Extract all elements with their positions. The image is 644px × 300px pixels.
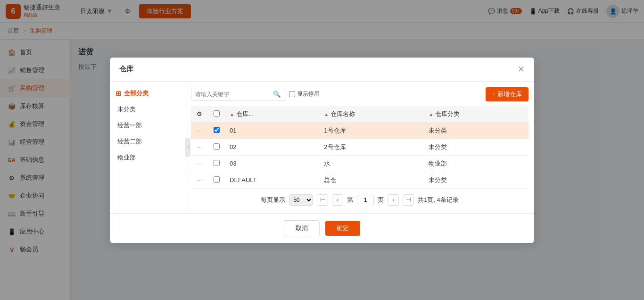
warehouse-table: ⚙ ▲仓库... ▲仓库名称 ▲仓库分类 ··· 01 1号仓库 未分类 ···… <box>191 106 528 189</box>
pagination: 每页显示 50 10 20 100 ⊢ ‹ 第 页 › ⊣ 共1页, 4条记录 <box>191 189 528 208</box>
row-code: DEFAULT <box>225 172 319 188</box>
all-categories-label: 全部分类 <box>124 89 149 98</box>
warehouse-modal: 仓库 ✕ ⊞ 全部分类 未分类 经营一部 经营二部 物业部 《 <box>110 58 534 243</box>
table-toolbar: 🔍 显示停用 + 新增仓库 <box>191 87 528 101</box>
row-category: 未分类 <box>424 139 528 155</box>
row-actions[interactable]: ··· <box>191 155 208 172</box>
table-row[interactable]: ··· 02 2号仓库 未分类 <box>191 139 528 155</box>
cat-item-unclassified[interactable]: 未分类 <box>110 101 185 117</box>
table-row[interactable]: ··· 03 水 物业部 <box>191 155 528 172</box>
modal-header: 仓库 ✕ <box>110 58 534 82</box>
row-category: 未分类 <box>424 172 528 188</box>
modal-body: ⊞ 全部分类 未分类 经营一部 经营二部 物业部 《 🔍 <box>110 82 534 213</box>
row-category: 物业部 <box>424 155 528 172</box>
per-page-select[interactable]: 50 10 20 100 <box>289 194 313 206</box>
page-next-btn[interactable]: › <box>388 194 399 206</box>
row-code: 03 <box>225 155 319 172</box>
select-all-checkbox[interactable] <box>214 110 220 117</box>
row-checkbox[interactable] <box>208 155 225 172</box>
search-input-wrap: 🔍 <box>191 88 285 100</box>
modal-footer: 取消 确定 <box>110 213 534 243</box>
all-categories[interactable]: ⊞ 全部分类 <box>110 85 185 101</box>
row-name: 1号仓库 <box>319 122 424 139</box>
row-checkbox[interactable] <box>208 172 225 188</box>
row-actions[interactable]: ··· <box>191 139 208 155</box>
cat-item-ops1[interactable]: 经营一部 <box>110 117 185 133</box>
page-last-btn[interactable]: ⊣ <box>403 194 414 206</box>
per-page-label: 每页显示 <box>261 196 285 204</box>
table-area: 🔍 显示停用 + 新增仓库 ⚙ ▲仓库... <box>185 82 534 213</box>
col-code: ▲仓库... <box>225 106 319 123</box>
show-disabled-label: 显示停用 <box>289 90 320 98</box>
col-gear: ⚙ <box>191 106 208 123</box>
search-icon[interactable]: 🔍 <box>269 88 285 100</box>
modal-title: 仓库 <box>119 65 133 74</box>
page-summary: 共1页, 4条记录 <box>418 196 459 204</box>
cat-item-ops2[interactable]: 经营二部 <box>110 133 185 150</box>
col-category: ▲仓库分类 <box>424 106 528 123</box>
row-checkbox[interactable] <box>208 122 225 139</box>
modal-overlay[interactable]: 仓库 ✕ ⊞ 全部分类 未分类 经营一部 经营二部 物业部 《 <box>0 0 644 300</box>
page-prev-btn[interactable]: ‹ <box>332 194 343 206</box>
col-name: ▲仓库名称 <box>319 106 424 123</box>
row-checkbox[interactable] <box>208 139 225 155</box>
row-name: 水 <box>319 155 424 172</box>
collapse-btn[interactable]: 《 <box>185 138 190 157</box>
row-category: 未分类 <box>424 122 528 139</box>
row-name: 2号仓库 <box>319 139 424 155</box>
cancel-button[interactable]: 取消 <box>284 220 320 236</box>
grid-icon: ⊞ <box>116 90 121 97</box>
page-label-first: 第 <box>347 196 353 204</box>
table-row[interactable]: ··· 01 1号仓库 未分类 <box>191 122 528 139</box>
search-input[interactable] <box>191 89 269 100</box>
row-code: 01 <box>225 122 319 139</box>
row-code: 02 <box>225 139 319 155</box>
page-first-btn[interactable]: ⊢ <box>317 194 328 206</box>
row-name: 总仓 <box>319 172 424 188</box>
row-actions[interactable]: ··· <box>191 172 208 188</box>
close-icon[interactable]: ✕ <box>518 64 525 75</box>
category-sidebar: ⊞ 全部分类 未分类 经营一部 经营二部 物业部 《 <box>110 82 185 213</box>
confirm-button[interactable]: 确定 <box>325 221 360 236</box>
show-disabled-checkbox[interactable] <box>289 91 295 97</box>
col-check <box>208 106 225 123</box>
cat-item-property[interactable]: 物业部 <box>110 150 185 166</box>
add-warehouse-btn[interactable]: + 新增仓库 <box>486 87 528 101</box>
table-row[interactable]: ··· DEFAULT 总仓 未分类 <box>191 172 528 188</box>
row-actions[interactable]: ··· <box>191 122 208 139</box>
page-number-input[interactable] <box>357 195 374 205</box>
page-label: 页 <box>378 196 384 204</box>
